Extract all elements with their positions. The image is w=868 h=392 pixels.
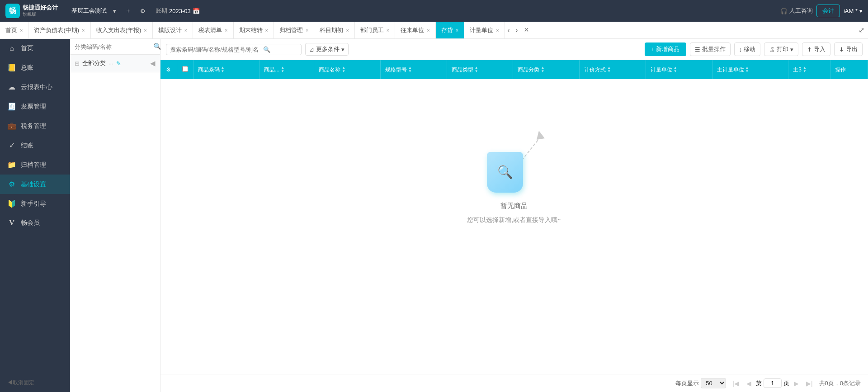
user-btn[interactable]: iAM * ▾: [844, 8, 863, 14]
th-category[interactable]: 商品分类 ▲▼: [513, 60, 580, 79]
th-settings[interactable]: ⚙: [160, 60, 177, 79]
export-btn[interactable]: ⬇ 导出: [834, 43, 863, 56]
ellipsis-icon[interactable]: ···: [108, 60, 113, 67]
search-bar-icon[interactable]: 🔍: [263, 46, 270, 53]
header-right: 🎧 人工咨询 会计 iAM * ▾: [780, 5, 863, 17]
tab-label: 部门员工: [360, 26, 384, 34]
tab-expand-btn[interactable]: ⤢: [855, 22, 868, 38]
tab-close-income[interactable]: ×: [144, 28, 146, 33]
sidebar-item-tax[interactable]: 💼 税务管理: [0, 116, 70, 136]
tab-income[interactable]: 收入支出表(年报) ×: [91, 22, 153, 38]
logo-area: 畅 畅捷通好会计 旗舰版: [5, 4, 64, 18]
add-tab-btn[interactable]: ＋: [123, 5, 134, 17]
tab-template[interactable]: 模版设计 ×: [153, 22, 193, 38]
th-type[interactable]: 商品类型 ▲▼: [447, 60, 513, 79]
tab-unit[interactable]: 计量单位 ×: [464, 22, 505, 38]
sidebar-item-reports[interactable]: ☁ 云报表中心: [0, 77, 70, 97]
tab-balance[interactable]: 资产负债表(中期) ×: [28, 22, 90, 38]
filter-btn[interactable]: ⊿ 更多条件 ▾: [305, 43, 349, 56]
tab-next-btn[interactable]: ›: [513, 22, 520, 38]
tab-close-all-btn[interactable]: ×: [520, 22, 533, 38]
tab-close-dept[interactable]: ×: [387, 28, 389, 33]
collapse-icon[interactable]: ◀: [150, 59, 156, 67]
consult-btn[interactable]: 🎧 人工咨询: [780, 7, 813, 15]
tab-label: 收入支出表(年报): [96, 26, 142, 34]
edit-icon[interactable]: ✎: [116, 60, 121, 67]
tab-prev-btn[interactable]: ‹: [505, 22, 513, 38]
category-header: ⊞ 全部分类 ··· ✎ ◀: [70, 55, 160, 72]
empty-doc-icon: 🔍: [482, 150, 528, 195]
sidebar-unpin-btn[interactable]: ◀取消固定: [0, 373, 70, 392]
th-unit[interactable]: 计量单位 ▲▼: [646, 60, 712, 79]
sidebar-item-archive[interactable]: 📁 归档管理: [0, 155, 70, 175]
tab-close-balance[interactable]: ×: [82, 28, 85, 33]
sidebar-item-home[interactable]: ⌂ 首页: [0, 39, 70, 58]
grid-icon: ⊞: [75, 60, 80, 67]
page-end-label: 页: [783, 379, 789, 387]
sidebar-label: 畅会员: [21, 219, 40, 227]
tab-tax[interactable]: 税表清单 ×: [193, 22, 233, 38]
first-page-btn[interactable]: |◀: [730, 379, 742, 388]
tab-close-archive[interactable]: ×: [306, 28, 308, 33]
archive-icon: 📁: [7, 161, 16, 169]
settings-btn[interactable]: ⚙: [137, 6, 148, 16]
per-page-select[interactable]: 10 20 50 100: [701, 378, 726, 388]
sidebar-label: 云报表中心: [21, 83, 52, 91]
category-search-input[interactable]: [75, 43, 151, 50]
tab-subject[interactable]: 科目期初 ×: [314, 22, 354, 38]
prev-page-btn[interactable]: ◀: [744, 379, 754, 388]
tab-close-home[interactable]: ×: [20, 28, 23, 33]
export-icon: ⬇: [839, 46, 844, 53]
th-col3[interactable]: 主3 ▲▼: [788, 60, 830, 79]
print-btn[interactable]: 🖨 打印 ▾: [764, 43, 798, 56]
tab-label: 资产负债表(中期): [34, 26, 79, 34]
tab-close-unit[interactable]: ×: [496, 28, 499, 33]
th-main-unit[interactable]: 主计量单位 ▲▼: [712, 60, 788, 79]
account-btn[interactable]: 会计: [816, 5, 840, 17]
period-area: 账期 2023-03 📅: [156, 7, 200, 15]
dropdown-btn[interactable]: ▾: [110, 6, 119, 16]
sidebar-item-settings[interactable]: ⚙ 基础设置: [0, 175, 70, 194]
th-checkbox[interactable]: [177, 60, 193, 79]
th-spec[interactable]: 规格型号 ▲▼: [380, 60, 447, 79]
tab-close-period-end[interactable]: ×: [265, 28, 268, 33]
tab-close-subject[interactable]: ×: [346, 28, 349, 33]
tab-close-partner[interactable]: ×: [427, 28, 429, 33]
print-dropdown-icon: ▾: [790, 46, 793, 53]
th-code[interactable]: 商品... ▲▼: [259, 60, 314, 79]
tab-label: 首页: [5, 26, 17, 34]
product-search-input[interactable]: [170, 46, 260, 53]
tab-close-inventory[interactable]: ×: [456, 28, 458, 33]
empty-title: 暂无商品: [500, 199, 528, 212]
filter-icon: ⊿: [309, 46, 314, 53]
calendar-icon[interactable]: 📅: [193, 8, 200, 14]
next-page-btn[interactable]: ▶: [791, 379, 802, 388]
tab-bar: 首页 × 资产负债表(中期) × 收入支出表(年报) × 模版设计 × 税表清单…: [0, 22, 868, 39]
tab-home[interactable]: 首页 ×: [0, 22, 28, 38]
sidebar-item-ledger[interactable]: 📒 总账: [0, 58, 70, 77]
sidebar-label: 发票管理: [21, 103, 46, 111]
sidebar-item-guide[interactable]: 🔰 新手引导: [0, 194, 70, 213]
tab-close-template[interactable]: ×: [184, 28, 187, 33]
tab-period-end[interactable]: 期末结转 ×: [234, 22, 274, 38]
sidebar-item-member[interactable]: V 畅会员: [0, 213, 70, 232]
batch-btn[interactable]: ☰ 批量操作: [690, 43, 731, 56]
tab-dept[interactable]: 部门员工 ×: [355, 22, 395, 38]
select-all-checkbox[interactable]: [182, 66, 188, 72]
th-barcode[interactable]: 商品条码 ▲▼: [193, 60, 259, 79]
tab-archive[interactable]: 归档管理 ×: [274, 22, 314, 38]
tab-inventory[interactable]: 存货 ×: [436, 22, 464, 38]
move-btn[interactable]: ↕ 移动: [734, 43, 761, 56]
main-layout: ⌂ 首页 📒 总账 ☁ 云报表中心 🧾 发票管理 💼 税务管理 ✓ 结账 📁 归…: [0, 39, 868, 392]
page-input[interactable]: [764, 378, 782, 388]
tab-close-tax[interactable]: ×: [225, 28, 227, 33]
import-btn[interactable]: ⬆ 导入: [802, 43, 830, 56]
add-product-btn[interactable]: + 新增商品: [645, 43, 686, 56]
sidebar-item-invoice[interactable]: 🧾 发票管理: [0, 97, 70, 116]
product-search-bar: 🔍: [166, 44, 302, 55]
th-price-method[interactable]: 计价方式 ▲▼: [580, 60, 646, 79]
last-page-btn[interactable]: ▶|: [803, 379, 816, 388]
th-name[interactable]: 商品名称 ▲▼: [314, 60, 381, 79]
tab-partner[interactable]: 往来单位 ×: [395, 22, 435, 38]
sidebar-item-settle[interactable]: ✓ 结账: [0, 136, 70, 155]
